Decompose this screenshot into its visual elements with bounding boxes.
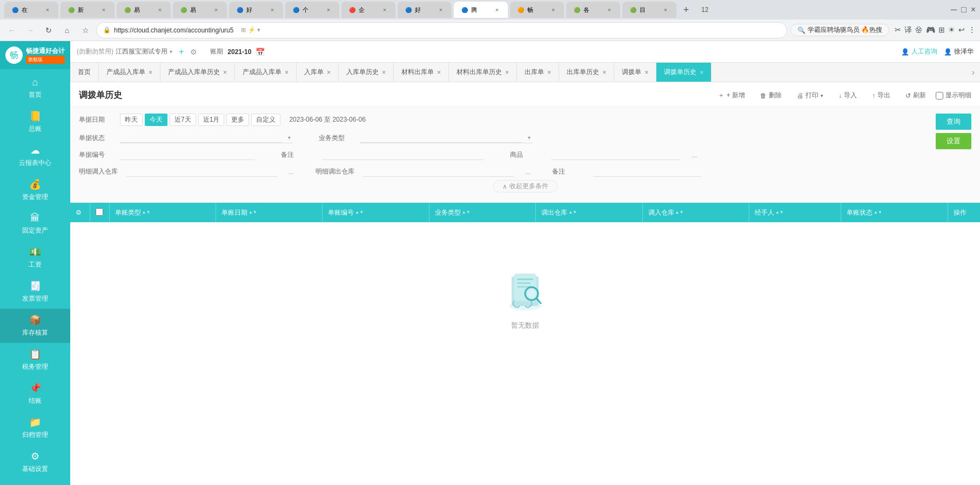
app-tab-6[interactable]: 材料出库单 ×: [394, 63, 449, 82]
docnum-input[interactable]: [120, 150, 255, 160]
new-browser-tab-btn[interactable]: +: [679, 2, 694, 17]
detail-in-dots[interactable]: ...: [288, 168, 294, 176]
browser-tab-10[interactable]: 🟠 畅 ×: [510, 2, 564, 18]
address-bar[interactable]: 🔒 https://cloud.chanjet.com/accounting/u…: [96, 22, 787, 38]
tab-close-11[interactable]: ×: [605, 5, 614, 14]
app-tab-7[interactable]: 材料出库单历史 ×: [449, 63, 517, 82]
th-out-warehouse[interactable]: 调出仓库 ▲▼: [536, 203, 642, 222]
theme-icon[interactable]: ☀: [948, 25, 955, 35]
detail-out-input[interactable]: [363, 167, 514, 177]
app-tab-5[interactable]: 入库单历史 ×: [339, 63, 394, 82]
tab-close-6[interactable]: ×: [324, 5, 333, 14]
custom-date-btn[interactable]: 自定义: [251, 114, 280, 126]
sidebar-item-inventory[interactable]: 📦 库存核算: [0, 309, 70, 343]
tab-close-10[interactable]: ×: [549, 5, 558, 14]
app-tab-close-4[interactable]: ×: [327, 69, 331, 76]
app-tab-3[interactable]: 产成品入库单 ×: [235, 63, 297, 82]
sidebar-item-reports[interactable]: ☁ 云报表中心: [0, 139, 70, 173]
app-tab-home[interactable]: 首页: [70, 63, 99, 82]
export-btn[interactable]: ↑ 导出: [867, 89, 896, 102]
tab-close-5[interactable]: ×: [268, 5, 277, 14]
tab-close-12[interactable]: ×: [661, 5, 670, 14]
browser-tab-11[interactable]: 🟢 各 ×: [566, 2, 620, 18]
biztype-select-wrap[interactable]: ▾: [360, 132, 533, 143]
app-tab-close-11[interactable]: ×: [700, 69, 703, 76]
history-icon[interactable]: ↩: [958, 25, 965, 35]
tab-close-4[interactable]: ×: [212, 5, 220, 14]
tab-close-7[interactable]: ×: [380, 5, 389, 14]
app-tab-1[interactable]: 产成品入库单 ×: [99, 63, 160, 82]
user-btn[interactable]: 👤 徐泽华: [944, 47, 974, 56]
browser-tab-4[interactable]: 🟢 易 ×: [173, 2, 227, 18]
sidebar-item-guide[interactable]: 📖 新手引导: [0, 479, 70, 485]
forward-btn[interactable]: →: [23, 23, 38, 38]
detail-out-dots[interactable]: ...: [525, 168, 531, 176]
reward-icon[interactable]: 🏵: [915, 25, 923, 35]
collapse-filter-btn[interactable]: ∧ 收起更多条件: [493, 180, 558, 192]
status-input[interactable]: [120, 132, 282, 143]
th-biztype[interactable]: 业务类型 ▲▼: [429, 203, 535, 222]
app-tab-close-8[interactable]: ×: [547, 69, 551, 76]
th-num[interactable]: 单账编号 ▲▼: [323, 203, 429, 222]
import-btn[interactable]: ↓ 导入: [833, 89, 862, 102]
browser-tab-6[interactable]: 🔵 个 ×: [285, 2, 339, 18]
app-tab-close-2[interactable]: ×: [223, 69, 227, 76]
more-browser-btn[interactable]: ⋮: [968, 25, 976, 35]
search-bar[interactable]: 🔍 学霸应聘场驱鸟员 🔥热搜: [790, 24, 889, 36]
filter-settings-btn[interactable]: 设置: [936, 133, 971, 149]
today-btn[interactable]: 今天: [145, 114, 167, 126]
game-icon[interactable]: 🎮: [926, 25, 935, 35]
goods-input[interactable]: [551, 150, 681, 160]
browser-tab-12[interactable]: 🟢 目 ×: [622, 2, 676, 18]
display-toggle[interactable]: 显示明细: [936, 91, 971, 100]
back-btn[interactable]: ←: [4, 23, 19, 38]
th-in-warehouse[interactable]: 调入仓库 ▲▼: [642, 203, 749, 222]
service-btn[interactable]: 👤 人工咨询: [901, 47, 937, 56]
tab-close-9[interactable]: ×: [493, 5, 501, 14]
sidebar-item-archive[interactable]: 📁 归档管理: [0, 411, 70, 445]
company-settings-icon[interactable]: ⚙: [190, 48, 197, 56]
scissors-icon[interactable]: ✂: [895, 25, 901, 35]
browser-tab-1[interactable]: 🔵 在 ×: [4, 2, 58, 18]
browser-tab-9[interactable]: 🔵 腾 ×: [454, 2, 508, 18]
delete-btn[interactable]: 🗑 删除: [755, 89, 787, 102]
app-tab-close-1[interactable]: ×: [149, 69, 152, 76]
select-all-checkbox[interactable]: [96, 208, 103, 216]
app-tab-2[interactable]: 产成品入库单历史 ×: [160, 63, 235, 82]
tab-close-1[interactable]: ×: [43, 5, 52, 14]
detail-in-input[interactable]: [126, 167, 278, 177]
browser-tab-3[interactable]: 🟢 易 ×: [117, 2, 171, 18]
close-window-btn[interactable]: ×: [971, 5, 976, 15]
tab-close-8[interactable]: ×: [437, 5, 445, 14]
app-tab-11[interactable]: 调拨单历史 ×: [656, 63, 711, 82]
browser-tab-8[interactable]: 🔵 好 ×: [398, 2, 452, 18]
app-tab-close-10[interactable]: ×: [645, 69, 648, 76]
app-tab-close-9[interactable]: ×: [602, 69, 606, 76]
refresh-browser-btn[interactable]: ↻: [41, 23, 56, 38]
refresh-btn[interactable]: ↺ 刷新: [900, 89, 931, 102]
tab-close-3[interactable]: ×: [156, 5, 164, 14]
goods-dots[interactable]: ...: [692, 151, 697, 159]
th-status[interactable]: 单账状态 ▲▼: [841, 203, 948, 222]
print-btn[interactable]: 🖨 打印 ▾: [791, 89, 829, 102]
note2-input[interactable]: [593, 167, 701, 177]
last1month-btn[interactable]: 近1月: [198, 114, 225, 126]
app-tab-close-5[interactable]: ×: [382, 69, 386, 76]
bookmark-btn[interactable]: ☆: [78, 23, 93, 38]
display-checkbox[interactable]: [936, 92, 943, 99]
tab-close-2[interactable]: ×: [99, 5, 108, 14]
app-tab-4[interactable]: 入库单 ×: [297, 63, 339, 82]
sidebar-item-home[interactable]: ⌂ 首页: [0, 71, 70, 105]
maximize-btn[interactable]: □: [961, 5, 966, 15]
app-tab-8[interactable]: 出库单 ×: [517, 63, 559, 82]
browser-tab-5[interactable]: 🔵 好 ×: [229, 2, 283, 18]
sidebar-item-settings[interactable]: ⚙ 基础设置: [0, 445, 70, 479]
th-check[interactable]: [90, 203, 109, 222]
calendar-icon[interactable]: 📅: [256, 48, 265, 56]
translate-icon[interactable]: 译: [904, 25, 912, 35]
app-tab-close-7[interactable]: ×: [505, 69, 509, 76]
minimize-btn[interactable]: ─: [951, 5, 957, 15]
sidebar-item-ledger[interactable]: 📒 总账: [0, 105, 70, 139]
note-input[interactable]: [322, 150, 484, 160]
sidebar-item-settle[interactable]: 📌 结账: [0, 377, 70, 411]
